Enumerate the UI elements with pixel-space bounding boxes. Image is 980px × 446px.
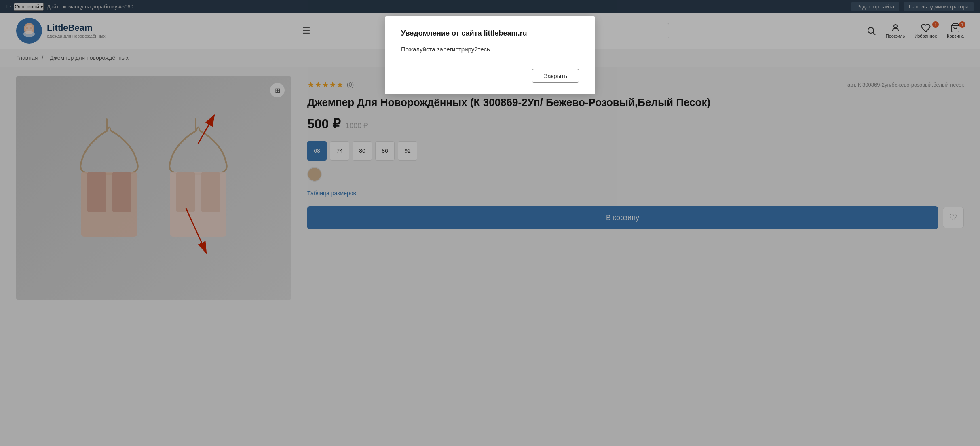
- dialog-overlay: Уведомление от сайта littlebeam.ru Пожал…: [0, 0, 980, 309]
- dialog-message: Пожалуйста зарегистрируйтесь: [401, 46, 579, 53]
- dialog-title: Уведомление от сайта littlebeam.ru: [401, 29, 579, 38]
- dialog-box: Уведомление от сайта littlebeam.ru Пожал…: [385, 16, 595, 94]
- dialog-close-button[interactable]: Закрыть: [532, 69, 579, 83]
